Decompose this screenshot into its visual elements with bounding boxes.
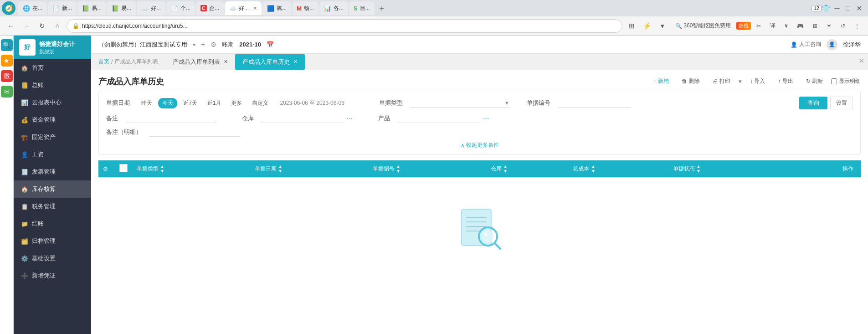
sidebar-item-assets[interactable]: 🏗️ 固定资产 <box>14 128 91 146</box>
collapse-btn[interactable]: ∧ 收起更多条件 <box>461 141 499 149</box>
close-panel-btn[interactable]: ✕ <box>858 57 864 65</box>
sidebar-item-ledger[interactable]: 📒 总账 <box>14 77 91 94</box>
warehouse-input[interactable] <box>261 114 343 123</box>
tab-history-close[interactable]: ✕ <box>293 59 298 65</box>
left-icon-weibo[interactable]: 微 <box>1 70 13 82</box>
apps-tool[interactable]: ⊞ <box>809 21 821 31</box>
browser-tab-5[interactable]: ☁️ 好... <box>137 1 165 15</box>
import-button[interactable]: ↓ 导入 <box>745 76 770 87</box>
breadcrumb-home[interactable]: 首页 <box>98 58 109 66</box>
tab-list-close[interactable]: ✕ <box>224 59 228 65</box>
refresh-button[interactable]: ↻ 刷新 <box>801 76 827 87</box>
warehouse-select[interactable]: ··· <box>261 114 353 123</box>
yuan-tool[interactable]: ¥ <box>781 21 791 31</box>
calendar-icon[interactable]: 📅 <box>267 41 274 48</box>
back-button[interactable]: ← <box>5 20 17 32</box>
lightning-icon[interactable]: ⚡ <box>641 20 653 32</box>
home-button[interactable]: ⌂ <box>51 20 64 32</box>
search-tool-btn[interactable]: 🔍 360智能抠图免费用 <box>672 21 734 31</box>
add-button[interactable]: + 新增 <box>649 76 673 87</box>
shirt-icon[interactable]: 👕 <box>822 5 830 12</box>
sidebar-item-archive[interactable]: 🗂️ 归档管理 <box>14 232 91 250</box>
export-button[interactable]: ↑ 导出 <box>773 76 797 87</box>
left-icon-mail[interactable]: ✉ <box>1 86 13 98</box>
avatar[interactable]: 👤 <box>827 39 837 50</box>
delete-button[interactable]: 🗑 删除 <box>677 76 704 87</box>
browser-tab-3[interactable]: 📗 易... <box>77 1 106 15</box>
sidebar-item-funds[interactable]: 💰 资金管理 <box>14 111 91 128</box>
sidebar-item-newvoucher[interactable]: ➕ 新增凭证 <box>14 267 91 284</box>
print-dropdown-icon[interactable]: ▾ <box>739 78 742 85</box>
page-tab-list[interactable]: 产成品入库单列表 ✕ <box>165 54 235 70</box>
col-voucher-no[interactable]: 单据编号 ▴▾ <box>368 160 486 177</box>
scissors-tool[interactable]: ✂ <box>753 21 765 31</box>
date-btn-today[interactable]: 今天 <box>158 98 177 108</box>
translate-tool[interactable]: 译 <box>766 21 779 31</box>
browser-tab-12[interactable]: S 目... <box>349 1 375 15</box>
forward-button[interactable]: → <box>20 20 33 32</box>
sidebar-item-inventory[interactable]: 🏠 库存核算 <box>14 180 91 198</box>
date-btn-custom[interactable]: 自定义 <box>248 98 272 108</box>
sidebar-item-closing[interactable]: 📁 结账 <box>14 215 91 232</box>
browser-tab-4[interactable]: 📗 易... <box>107 1 136 15</box>
show-detail-checkbox[interactable] <box>831 78 837 84</box>
product-dots[interactable]: ··· <box>483 114 489 123</box>
col-gear[interactable]: ⚙ <box>98 160 115 177</box>
product-input[interactable] <box>397 114 479 123</box>
col-warehouse[interactable]: 仓库 ▴▾ <box>486 160 569 177</box>
user-service-btn[interactable]: 👤 人工咨询 <box>791 41 821 48</box>
note-input[interactable] <box>125 114 216 123</box>
browser-tab-2[interactable]: 📄 新... <box>48 1 77 15</box>
col-voucher-type[interactable]: 单据类型 ▴▾ <box>132 160 250 177</box>
header-checkbox[interactable] <box>119 164 128 172</box>
grid-icon[interactable]: ⊞ <box>625 20 638 32</box>
settings-btn[interactable]: ⚙ <box>211 41 216 49</box>
warehouse-dots[interactable]: ··· <box>347 114 353 123</box>
chevron-down-icon[interactable]: ▾ <box>656 20 669 32</box>
print-button[interactable]: 🖨 打印 <box>708 76 735 87</box>
browser-tab-8[interactable]: ☁️ 好... ✕ <box>225 1 262 15</box>
browser-tab-6[interactable]: 📄 个... <box>166 1 195 15</box>
col-status[interactable]: 单据状态 ▴▾ <box>668 160 786 177</box>
browser-nav-icon[interactable]: 🧭 <box>2 1 15 15</box>
left-icon-search[interactable]: 🔍 <box>1 39 13 51</box>
page-tab-history[interactable]: 产成品入库单历史 ✕ <box>235 54 305 70</box>
note-detail-input[interactable] <box>149 128 240 137</box>
sidebar-item-reports[interactable]: 📊 云报表中心 <box>14 94 91 111</box>
col-voucher-date[interactable]: 单据日期 ▴▾ <box>250 160 368 177</box>
tab-close-8[interactable]: ✕ <box>253 5 257 11</box>
left-icon-star[interactable]: ★ <box>1 55 13 67</box>
date-btn-more[interactable]: 更多 <box>227 98 246 108</box>
date-btn-7days[interactable]: 近7天 <box>179 98 201 108</box>
sun-tool[interactable]: ☀ <box>823 21 835 31</box>
sidebar-item-basic[interactable]: ⚙️ 基础设置 <box>14 250 91 267</box>
new-tab-button[interactable]: ＋ <box>375 2 388 15</box>
col-total-cost[interactable]: 总成本 ▴▾ <box>568 160 668 177</box>
company-dropdown[interactable]: ▾ <box>193 41 195 48</box>
browser-tab-1[interactable]: 🌐 在... <box>18 1 47 15</box>
sidebar-item-invoice[interactable]: 🧾 发票管理 <box>14 163 91 180</box>
more-tool[interactable]: ⋮ <box>851 21 863 31</box>
browser-tab-11[interactable]: 📊 各... <box>319 1 348 15</box>
sidebar-item-payroll[interactable]: 👤 工资 <box>14 146 91 163</box>
search-button[interactable]: 查询 <box>799 97 827 109</box>
refresh-button[interactable]: ↻ <box>36 20 48 32</box>
minimize-button[interactable]: ─ <box>833 5 841 12</box>
undo-tool[interactable]: ↺ <box>837 21 849 31</box>
date-btn-1month[interactable]: 近1月 <box>203 98 226 108</box>
browser-tab-9[interactable]: 🟦 腾... <box>262 1 291 15</box>
date-btn-yesterday[interactable]: 昨天 <box>137 98 156 108</box>
sidebar-item-tax[interactable]: 📋 税务管理 <box>14 198 91 215</box>
maximize-button[interactable]: □ <box>844 5 852 12</box>
setting-button[interactable]: 设置 <box>830 97 853 109</box>
sidebar-item-home[interactable]: 🏠 首页 <box>14 59 91 77</box>
game-tool[interactable]: 🎮 <box>793 21 807 31</box>
url-box[interactable]: 🔒 https://cloud.chanjet.com/accounting/u… <box>67 19 622 33</box>
browser-tab-7[interactable]: C 企... <box>196 1 224 15</box>
voucher-no-input[interactable] <box>558 98 631 108</box>
product-select[interactable]: ··· <box>397 114 489 123</box>
voucher-type-select[interactable]: ▾ <box>410 98 510 108</box>
add-company-btn[interactable]: + <box>201 41 205 49</box>
browser-tab-10[interactable]: M 畅... <box>292 1 318 15</box>
close-button[interactable]: ✕ <box>855 5 863 12</box>
